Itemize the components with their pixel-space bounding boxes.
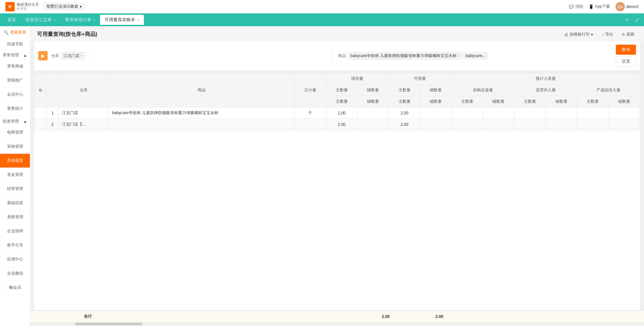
sidebar-item-retail-mall[interactable]: 零售商城 <box>0 59 30 74</box>
arrow-icon: ▲ <box>23 53 27 58</box>
sidebar-search[interactable]: 🔍 搜索菜单 <box>0 26 30 39</box>
th-avail-aux2: 辅数量 <box>420 96 451 107</box>
sidebar-item-finance[interactable]: 资金管理 <box>0 168 30 182</box>
filter-toggle-btn[interactable]: ▶ <box>38 51 48 60</box>
page-header: 可用量查询(按仓库+商品) 🖨 按模板打印 ▾ ↓ 导出 ↻ 刷新 <box>30 26 644 41</box>
filter-divider <box>332 52 332 60</box>
content-area: 可用量查询(按仓库+商品) 🖨 按模板打印 ▾ ↓ 导出 ↻ 刷新 ▶ <box>30 26 644 326</box>
th-stock-aux: 辅数量 <box>357 85 389 96</box>
sidebar-nav-shortcut[interactable]: 快捷导航 <box>0 39 30 50</box>
th-warehouse: 仓库 <box>59 73 109 107</box>
scrollbar-thumb[interactable] <box>75 323 142 325</box>
chevron-down-icon: ▾ <box>591 32 593 37</box>
sidebar-item-retail-mgmt[interactable]: 零售管理 ▲ <box>0 50 30 59</box>
sidebar-item-marketing[interactable]: 营销推广 <box>0 74 30 88</box>
tab-order-stats[interactable]: 要货单统计表 × <box>60 15 100 25</box>
footer-available-main-total: 2.00 <box>426 314 453 319</box>
goods-filter-group: 商品 babycare学饮杯 儿童防摔防撞吸管杯重力球吸嘴杯宝宝水杯 × bab… <box>338 52 613 60</box>
sidebar-item-retail-stats[interactable]: 零售统计 <box>0 102 30 116</box>
th-index <box>47 73 59 107</box>
page-actions: 🖨 按模板打印 ▾ ↓ 导出 ↻ 刷新 <box>561 30 637 39</box>
main-layout: 🔍 搜索菜单 快捷导航 零售管理 ▲ 零售商城 营销推广 会员中心 零售统计 批… <box>0 26 644 326</box>
sidebar-item-enterprise[interactable]: 企业协同 <box>0 224 30 238</box>
username-label: demo2 <box>626 4 639 9</box>
warehouse-tags: 江北门店 × ··· <box>61 52 326 60</box>
inventory-table: ⚙ 仓库 商品 主计量 现存量 可用量 预计入库量 主数量 辅数量 主数量 辅数… <box>34 73 640 130</box>
app-download-btn[interactable]: 📱 App下载 <box>589 4 610 9</box>
goods-tag-2[interactable]: babycare... <box>463 52 488 59</box>
export-btn[interactable]: ↓ 导出 <box>599 30 616 39</box>
tab-home[interactable]: 首页 <box>3 15 21 25</box>
tab-inventory-summary[interactable]: 收发存汇总表 × <box>21 15 60 25</box>
settings-btn[interactable]: 设置 <box>616 56 636 67</box>
th-product-main: 主数量 <box>577 96 608 107</box>
export-icon: ↓ <box>602 32 604 37</box>
refresh-btn[interactable]: ↻ 刷新 <box>619 30 637 39</box>
th-transit-aux: 辅数量 <box>546 96 577 107</box>
sidebar-item-inventory[interactable]: 库存核算 <box>0 154 30 168</box>
th-available-aux: 辅数量 <box>420 85 451 96</box>
template-badge: 标准版 <box>17 7 39 11</box>
filter-area: ▶ 仓库 江北门店 × ··· 商品 babycare学饮杯 儿童防摔防撞吸管杯… <box>34 41 640 70</box>
remove-tag-icon[interactable]: × <box>458 54 460 58</box>
horizontal-scrollbar[interactable] <box>34 322 640 326</box>
goods-tag-1[interactable]: babycare学饮杯 儿童防摔防撞吸管杯重力球吸嘴杯宝宝水杯 × <box>348 52 462 60</box>
th-purchase-group: 采购在途量 <box>451 85 514 96</box>
th-transit-group: 进货待入量 <box>514 85 577 96</box>
sidebar-item-purchase[interactable]: 采购管理 <box>0 140 30 154</box>
tab-close-icon[interactable]: × <box>137 18 139 22</box>
th-purchase-main: 主数量 <box>451 96 483 107</box>
sidebar-item-app-center[interactable]: 应用中心 <box>0 252 30 267</box>
sidebar-item-basic-info[interactable]: 基础信息 <box>0 196 30 210</box>
refresh-icon: ↻ <box>622 32 625 37</box>
logo-text: 畅捷通好生意 标准版 <box>17 2 39 11</box>
table-row: 2 江北门店【... 2.00 2.00 <box>35 119 640 130</box>
th-stock-aux2: 辅数量 <box>357 96 389 107</box>
print-btn[interactable]: 🖨 按模板打印 ▾ <box>561 30 596 39</box>
tab-close-all-btn[interactable]: × <box>623 16 630 24</box>
sidebar-item-wechat[interactable]: 企业微信 <box>0 267 30 281</box>
sidebar-item-ecommerce[interactable]: 电商管理 <box>0 126 30 140</box>
tab-restore-btn[interactable]: ⤢ <box>633 16 641 24</box>
tab-close-icon[interactable]: × <box>93 18 95 22</box>
industry-selector[interactable]: 母婴行业演示账套 ▾ <box>43 2 85 11</box>
footer-stock-main-total: 2.00 <box>372 314 399 319</box>
sidebar-item-system[interactable]: 系统管理 <box>0 210 30 224</box>
th-product-group: 产成品待入量 <box>577 85 640 96</box>
goods-tags: babycare学饮杯 儿童防摔防撞吸管杯重力球吸嘴杯宝宝水杯 × babyca… <box>348 52 613 60</box>
table-wrapper[interactable]: ⚙ 仓库 商品 主计量 现存量 可用量 预计入库量 主数量 辅数量 主数量 辅数… <box>34 73 640 310</box>
sidebar-item-member[interactable]: 会员中心 <box>0 88 30 102</box>
th-settings[interactable]: ⚙ <box>35 73 47 107</box>
top-bar-left: 好 畅捷通好生意 标准版 母婴行业演示账套 ▾ <box>5 2 85 11</box>
search-btn[interactable]: 查询 <box>616 45 636 55</box>
arrow-icon: ▲ <box>23 119 27 124</box>
download-icon: 📱 <box>589 4 594 9</box>
top-bar-right: 💬 消息 📱 App下载 Ea demo2 <box>569 2 639 11</box>
th-product-aux: 辅数量 <box>608 96 640 107</box>
table-row: 1 江北门店 babycare学饮杯 儿童防摔防撞吸管杯重力球吸嘴杯宝宝水杯 个… <box>35 107 640 119</box>
more-indicator[interactable]: ··· <box>86 53 90 58</box>
page-title: 可用量查询(按仓库+商品) <box>37 31 97 38</box>
sidebar: 🔍 搜索菜单 快捷导航 零售管理 ▲ 零售商城 营销推广 会员中心 零售统计 批… <box>0 26 30 326</box>
th-transit-main: 主数量 <box>514 96 546 107</box>
top-bar: 好 畅捷通好生意 标准版 母婴行业演示账套 ▾ 💬 消息 📱 App下载 Ea … <box>0 0 644 13</box>
th-avail-main2: 主数量 <box>389 96 420 107</box>
message-btn[interactable]: 💬 消息 <box>569 4 583 9</box>
avatar: Ea <box>615 2 625 11</box>
sidebar-item-new-guide[interactable]: 新手引导 <box>0 238 30 252</box>
sidebar-item-wholesale-mgmt[interactable]: 批发管理 ▲ <box>0 116 30 126</box>
sidebar-item-member2[interactable]: 畅会员 <box>0 281 30 295</box>
remove-tag-icon[interactable]: × <box>80 54 83 58</box>
tab-available-inventory[interactable]: 可用量库存账本 × <box>100 15 144 25</box>
tab-bar: 首页 收发存汇总表 × 要货单统计表 × 可用量库存账本 × × ⤢ <box>0 13 644 26</box>
user-area[interactable]: Ea demo2 <box>615 2 639 11</box>
th-available-main: 主数量 <box>389 85 420 96</box>
th-available-group: 可用量 <box>389 73 451 85</box>
warehouse-filter-group: 仓库 江北门店 × ··· <box>51 52 326 60</box>
goods-label: 商品 <box>338 53 346 59</box>
tab-close-icon[interactable]: × <box>54 18 56 22</box>
sidebar-item-operations[interactable]: 经营管理 <box>0 182 30 196</box>
th-stock-group: 现存量 <box>326 73 389 85</box>
warehouse-tag-1[interactable]: 江北门店 × <box>61 52 85 60</box>
footer-label: 合计 <box>58 314 118 319</box>
